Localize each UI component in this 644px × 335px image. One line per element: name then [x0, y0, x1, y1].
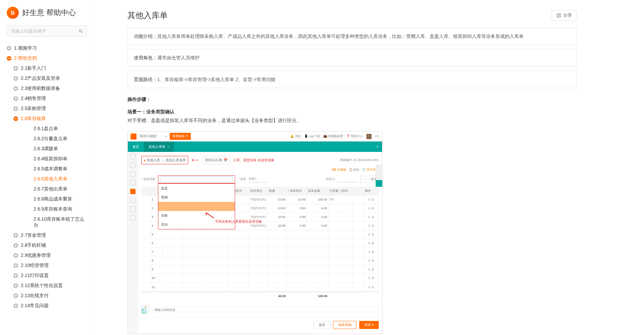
ss-iconbar-icon[interactable]	[130, 206, 136, 212]
ss-top-help[interactable]: ❓ 帮助中心	[346, 133, 363, 139]
nav-item-2-7[interactable]: 2.7资金管理	[13, 230, 87, 240]
ss-biz-opt[interactable]: 盘盈	[158, 184, 235, 193]
ss-top-app[interactable]: 📱 App下载	[304, 133, 320, 139]
nav-leaf-2-6-8[interactable]: 2.6.8商品成本重算	[20, 194, 87, 204]
nav-leaf-2-6-9[interactable]: 2.6.9库存账本查询	[20, 204, 87, 214]
ss-filter-more[interactable]: ···	[361, 176, 367, 183]
nav-label: 2.11打印设置	[21, 273, 49, 279]
ss-order-no: 单据编号 JC-20191226-0001	[340, 157, 379, 163]
nav-leaf-2-6-4[interactable]: 2.6.4组装拆卸单	[20, 154, 87, 164]
search-wrap	[7, 25, 87, 37]
plus-icon	[13, 253, 18, 258]
nav-leaf-2-6-5[interactable]: 2.6.5成本调整单	[20, 164, 87, 174]
share-button[interactable]: 分享	[551, 10, 577, 21]
nav-leaf-2-6-10[interactable]: 2.6.10库存账本错了怎么办	[20, 214, 87, 230]
ss-biz-opt[interactable]: 受赠	[158, 193, 235, 202]
ss-iconbar-icon[interactable]	[130, 198, 136, 203]
table-row[interactable]: 6⊕ 🗑	[141, 239, 379, 248]
table-row[interactable]: 11⊕ 🗑	[141, 283, 379, 292]
svg-rect-4	[8, 58, 10, 59]
search-input[interactable]	[7, 25, 87, 37]
ss-biz-type-input[interactable]	[160, 176, 233, 182]
ss-iconbar-icon[interactable]	[130, 154, 136, 159]
nav-item-2-12[interactable]: 2.12系统个性化设置	[13, 281, 87, 291]
nav-label: 2.14常见问题	[21, 303, 49, 309]
plus-icon	[13, 283, 18, 288]
nav-item-2-13[interactable]: 2.13在线支付	[13, 291, 87, 301]
nav-item-2-3[interactable]: 2.3使用前数据准备	[13, 83, 87, 94]
ss-iconbar-icon[interactable]	[130, 189, 136, 194]
ss-discard-button[interactable]: 放弃	[314, 321, 330, 329]
ss-tab-doc[interactable]: 其他入库单×	[144, 142, 174, 152]
table-row[interactable]: 10⊕ 🗑	[141, 274, 379, 283]
ss-toolbar-links: ⌨ 快捷键 📋 模板 🕘 历史单据	[332, 167, 379, 173]
table-row[interactable]: 5⊕ 🗑	[141, 230, 379, 239]
nav-label: 2.12系统个性化设置	[21, 283, 63, 289]
nav-label: 2.1新手入门	[21, 65, 46, 71]
ss-biz-type-dropdown[interactable]: 盘盈 受赠 - 切换 其他	[158, 175, 235, 183]
nav-item-2-2[interactable]: 2.2产品安装及登录	[13, 73, 87, 83]
ss-filter-wh-value[interactable]: 仓库A	[249, 176, 269, 182]
plus-icon	[13, 66, 18, 71]
nav-item-2-9[interactable]: 2.9优惠券管理	[13, 250, 87, 261]
ss-save-button[interactable]: 保存 ▾	[359, 321, 379, 329]
nav-item-2-10[interactable]: 2.10经营管理	[13, 261, 87, 271]
nav-leaf-2-6-6[interactable]: 2.6.6其他入库单	[20, 174, 87, 184]
ss-iconbar-icon[interactable]	[130, 180, 136, 185]
nav-item-2-5[interactable]: 2.5采购管理	[13, 104, 87, 114]
ss-annotation-1: 入库、退货业务 在这里切换	[233, 157, 274, 163]
nav-leaf-2-6-3[interactable]: 2.6.3调拨单	[20, 144, 87, 154]
plus-icon	[13, 76, 18, 81]
ss-link-fast[interactable]: ⌨ 快捷键	[332, 167, 346, 173]
ss-remark-row: 📝备注信息	[141, 304, 379, 316]
ss-iconbar-icon[interactable]	[130, 163, 136, 168]
table-row[interactable]: 7⊕ 🗑	[141, 248, 379, 257]
nav-item-2-4[interactable]: 2.4销售管理	[13, 94, 87, 104]
ss-iconbar-icon[interactable]	[130, 171, 136, 177]
svg-rect-39	[15, 284, 16, 287]
ss-date-input[interactable]: 2019-12-26 📅	[203, 156, 230, 164]
close-icon[interactable]: ×	[167, 145, 169, 149]
ss-rightbar-icon[interactable]	[376, 165, 382, 172]
ss-top-msg[interactable]: 🔔 消息	[290, 133, 301, 139]
share-icon	[556, 13, 561, 18]
nav-leaf-2-6-1[interactable]: 2.6.1盘点单	[20, 124, 87, 134]
ss-tab-home[interactable]: 首页	[128, 142, 144, 152]
ss-link-tpl[interactable]: 📋 模板	[349, 167, 360, 173]
table-row[interactable]: 9⊕ 🗑	[141, 265, 379, 274]
nav-item-2-11[interactable]: 2.11打印设置	[13, 271, 87, 281]
role-text: 通常由仓管人员维护	[157, 55, 200, 60]
sidebar: b 好生意 帮助中心 1.视频学习 2.帮助文档 2.1新手入门 2.2产品安装…	[0, 0, 94, 335]
ss-rightbar-icon[interactable]	[376, 180, 382, 187]
page-title: 其他入库单	[127, 10, 168, 21]
nav-item-docs[interactable]: 2.帮助文档	[7, 53, 87, 63]
table-row[interactable]: 8⊕ 🗑	[141, 257, 379, 265]
brand-logo-icon: b	[7, 7, 19, 19]
minus-icon	[7, 56, 11, 61]
ss-top-biz[interactable]: 💼 加盟畅捷通	[323, 133, 343, 139]
svg-rect-36	[15, 274, 16, 277]
nav-leaf-2-6-2[interactable]: 2.6.2分量盘点单	[20, 134, 87, 144]
nav-item-2-1[interactable]: 2.1新手入门	[13, 63, 87, 73]
nav-item-2-8[interactable]: 2.8手机旺铺	[13, 240, 87, 250]
ss-remark-input[interactable]	[152, 306, 379, 313]
ss-biz-opt[interactable]: -	[158, 202, 235, 211]
ss-draft-button[interactable]: 保存草稿	[333, 321, 357, 329]
nav-leaf-2-6-7[interactable]: 2.6.7其他出库单	[20, 184, 87, 194]
plus-icon	[13, 86, 18, 91]
ss-user: CC	[375, 133, 379, 139]
nav-label: 2.10经营管理	[21, 263, 49, 269]
plus-icon	[13, 106, 18, 111]
svg-rect-27	[15, 244, 16, 247]
nav-item-2-6[interactable]: 2.6库存核算	[13, 114, 87, 124]
ss-trial-button[interactable]: 我要购买~T	[170, 133, 191, 140]
ss-iconbar-icon[interactable]	[130, 215, 136, 220]
nav-item-2-14[interactable]: 2.14常见问题	[13, 301, 87, 311]
nav-item-video[interactable]: 1.视频学习	[7, 43, 87, 53]
ss-filter-person-input[interactable]	[338, 176, 358, 182]
ss-avatar-icon[interactable]	[366, 134, 372, 139]
ss-tabs-close-all[interactable]: ×	[373, 142, 382, 152]
brand-title: 好生意 帮助中心	[22, 8, 76, 18]
ss-rightbar-icon[interactable]	[376, 173, 382, 179]
ss-doc-type-toggle[interactable]: ● 其他入库 ○ 其他入库退库	[141, 156, 188, 164]
